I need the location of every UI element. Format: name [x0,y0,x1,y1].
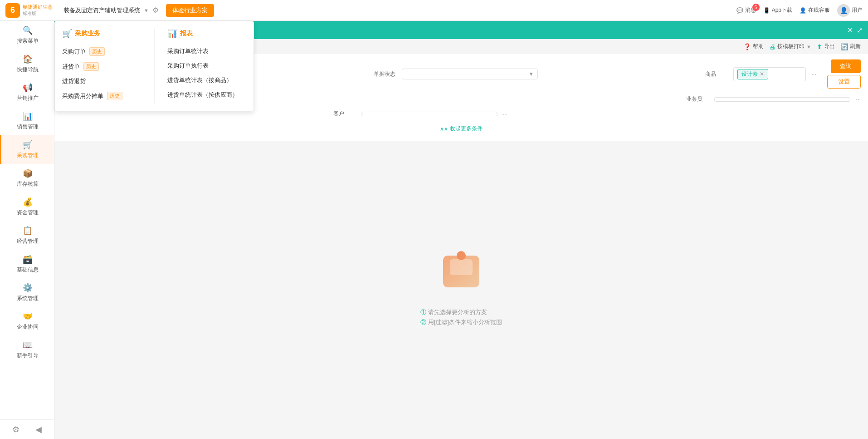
purchase-expense-history: 历史 [107,92,122,100]
header-right: 💬 消息 5 📱 App下载 👤 在线客服 👤 用户 [736,4,863,17]
empty-hint-1: ① 请先选择要分析的方案 [420,308,502,316]
user-item[interactable]: 👤 用户 [837,4,863,17]
sidebar-icon-operation: 📋 [23,226,33,236]
system-dropdown-arrow[interactable]: ▼ [144,8,149,13]
report-col-label: 报表 [180,30,193,38]
print-btn[interactable]: 🖨 按模板打印 ▼ [769,43,811,50]
purchase-order-exec-label: 采购订单执行表 [167,62,209,70]
empty-hints: ① 请先选择要分析的方案 ② 用[过滤]条件来缩小分析范围 [420,308,502,328]
menu-receipt-stats-supplier[interactable]: 进货单统计表（按供应商） [167,88,247,102]
purchase-expense-label: 采购费用分摊单 [62,92,103,100]
goods-tag-text: 设计素 [741,70,758,78]
print-icon: 🖨 [769,43,775,50]
sidebar-item-sales[interactable]: 📊 销售管理 [0,107,54,135]
sidebar-icon-guide: 📖 [23,340,33,350]
sidebar-label-guide: 新手引导 [17,352,39,360]
app-download-label: App下载 [772,6,792,14]
report-col-title: 📊 报表 [167,29,247,39]
avatar: 👤 [837,4,850,17]
receipt-stats-supplier-label: 进货单统计表（按供应商） [167,91,238,99]
bill-status-control[interactable]: ▼ [402,69,538,79]
sidebar-item-operation[interactable]: 📋 经营管理 [0,221,54,250]
online-service-item[interactable]: 👤 在线客服 [800,6,830,14]
logo-sub: 标准版 [23,10,53,17]
message-icon: 💬 [736,7,743,14]
sidebar-label-inventory: 库存核算 [17,180,39,188]
menu-goods-return[interactable]: 进货退货 [62,74,141,89]
purchase-report-col: 📊 报表 采购订单统计表 采购订单执行表 进货单统计表（按商品） 进货单统计表（… [167,29,247,104]
system-gear-icon[interactable]: ⚙ [152,6,159,15]
print-dropdown-icon[interactable]: ▼ [806,44,811,49]
system-title: 装备及固定资产辅助管理系统 [63,6,140,15]
staff-more[interactable]: ··· [856,96,861,103]
logo-text: 畅捷通好生意 [23,4,53,10]
collapse-label: 收起更多条件 [450,125,483,133]
sidebar-icon-collab: 🤝 [23,311,33,321]
refresh-btn[interactable]: 🔄 刷新 [840,43,861,50]
sidebar-item-finance[interactable]: 💰 资金管理 [0,192,54,221]
query-btn[interactable]: 查询 [831,59,861,73]
industry-btn[interactable]: 体验行业方案 [166,4,214,17]
tab-expand-icon[interactable]: ⤢ [857,26,863,35]
collapse-btn[interactable]: ∧∧ 收起更多条件 [437,122,485,135]
help-icon: ❓ [743,43,751,50]
menu-goods-receipt[interactable]: 进货单 历史 [62,59,141,74]
staff-control[interactable] [714,97,850,102]
staff-label: 业务员 [686,95,709,103]
business-col-icon: 🛒 [62,29,72,39]
report-col-icon: 📊 [167,29,177,39]
sidebar-icon-system: ⚙️ [23,283,33,293]
logo-area: 6 畅捷通好生意 标准版 [5,3,60,18]
goods-more[interactable]: ··· [811,71,816,78]
sidebar-item-quick[interactable]: 🏠 快捷导航 [0,49,54,78]
sidebar-item-system[interactable]: ⚙️ 系统管理 [0,278,54,307]
menu-purchase-order-exec[interactable]: 采购订单执行表 [167,59,247,73]
phone-icon: 📱 [763,7,770,14]
export-icon: ⬆ [817,43,822,50]
sidebar-item-basic[interactable]: 🗃️ 基础信息 [0,250,54,278]
menu-purchase-expense[interactable]: 采购费用分摊单 历史 [62,89,141,104]
menu-receipt-stats-goods[interactable]: 进货单统计表（按商品） [167,73,247,88]
sidebar-label-quick: 快捷导航 [17,66,39,74]
goods-tag: 设计素 ✕ [737,69,768,79]
sidebar-item-marketing[interactable]: 📢 营销推广 [0,78,54,107]
service-icon: 👤 [800,7,806,14]
settings-btn[interactable]: 设置 [827,75,861,89]
goods-control[interactable]: 设计素 ✕ [733,67,806,81]
app-download-item[interactable]: 📱 App下载 [763,6,792,14]
sidebar-nav: 🔍 搜索菜单 🏠 快捷导航 📢 营销推广 📊 销售管理 🛒 采购管理 📦 库存核… [0,21,54,364]
goods-return-label: 进货退货 [62,77,86,85]
collapse-icon[interactable]: ◀ [35,424,42,434]
dropdown-divider [154,29,155,104]
purchase-business-col: 🛒 采购业务 采购订单 历史 进货单 历史 进货退货 采购费用分摊单 历史 [62,29,141,104]
customer-control[interactable] [361,112,497,116]
sidebar-label-marketing: 营销推广 [17,94,39,102]
system-title-area: 装备及固定资产辅助管理系统 ▼ ⚙ 体验行业方案 [60,4,736,17]
business-col-label: 采购业务 [75,30,100,38]
sidebar-item-search[interactable]: 🔍 搜索菜单 [0,21,54,49]
goods-label: 商品 [705,70,728,78]
tab-close-all-icon[interactable]: ✕ [847,26,853,35]
sidebar-item-guide[interactable]: 📖 新手引导 [0,335,54,364]
sidebar-item-purchase[interactable]: 🛒 采购管理 [0,135,54,164]
sidebar-label-purchase: 采购管理 [17,152,39,159]
settings-icon[interactable]: ⚙ [12,424,20,434]
sidebar-label-basic: 基础信息 [17,266,39,274]
customer-label: 客户 [333,110,356,118]
empty-illustration [434,256,488,301]
menu-purchase-order-stats[interactable]: 采购订单统计表 [167,44,247,59]
sidebar-item-collab[interactable]: 🤝 企业协同 [0,307,54,335]
message-item[interactable]: 💬 消息 5 [736,6,756,14]
user-label: 用户 [852,6,863,14]
logo-icon: 6 [5,3,20,18]
help-btn[interactable]: ❓ 帮助 [743,43,764,50]
sidebar-item-inventory[interactable]: 📦 库存核算 [0,164,54,192]
menu-purchase-order[interactable]: 采购订单 历史 [62,44,141,59]
customer-more[interactable]: ··· [503,110,508,117]
sidebar-icon-marketing: 📢 [23,83,33,93]
goods-tag-close[interactable]: ✕ [760,71,764,77]
empty-hint-2: ② 用[过滤]条件来缩小分析范围 [420,318,502,326]
sidebar-icon-basic: 🗃️ [23,254,33,264]
purchase-order-stats-label: 采购订单统计表 [167,47,209,55]
export-btn[interactable]: ⬆ 导出 [817,43,835,50]
